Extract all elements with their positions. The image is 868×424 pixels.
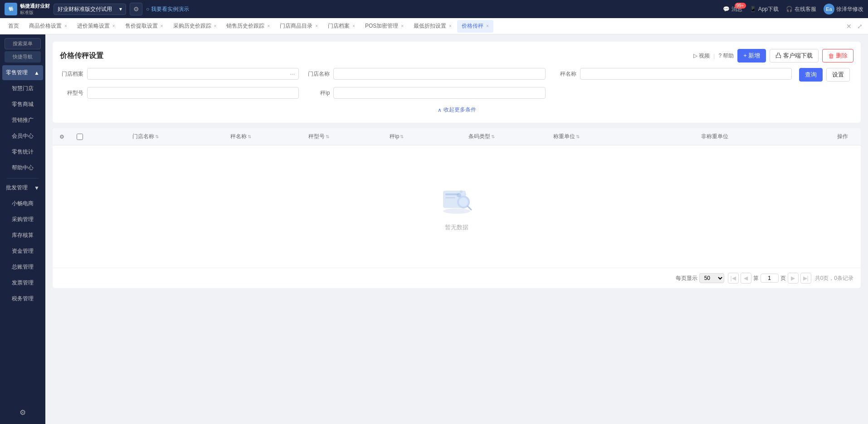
- demo-link[interactable]: ○ 我要看实例演示: [146, 5, 189, 13]
- sidebar-settings-button[interactable]: ⚙: [16, 405, 29, 420]
- close-icon[interactable]: ×: [214, 24, 217, 29]
- th-store-name: 门店名称 ⇅: [89, 128, 202, 145]
- user-menu-button[interactable]: Ea 徐泽华修改: [824, 4, 863, 14]
- filter-row-1: 门店档案 ··· 门店名称 秤名称: [60, 68, 853, 82]
- logo-text: 畅捷通好业财 标准版: [20, 3, 50, 16]
- delete-button[interactable]: 🗑 删除: [822, 49, 853, 63]
- tab-maximize-button[interactable]: ⤢: [855, 22, 864, 31]
- th-non-weight-unit: 非称重单位: [605, 128, 824, 145]
- tab-price-settings[interactable]: 商品价格设置 ×: [24, 20, 72, 33]
- sidebar-item-purchase-mgmt[interactable]: 采购管理: [2, 212, 43, 227]
- tab-store-profile[interactable]: 门店档案 ×: [323, 20, 360, 33]
- close-icon[interactable]: ×: [352, 24, 355, 29]
- download-client-button[interactable]: 凸 客户端下载: [770, 49, 819, 63]
- help-link[interactable]: ? 帮助: [718, 52, 734, 60]
- sidebar-item-retail-mgmt[interactable]: 零售管理 ▲: [2, 65, 43, 80]
- close-icon[interactable]: ×: [486, 24, 489, 29]
- query-button[interactable]: 查询: [799, 68, 823, 82]
- page-size-select[interactable]: 20 50 100 200: [699, 273, 724, 283]
- close-icon[interactable]: ×: [267, 24, 270, 29]
- tab-sales-history[interactable]: 销售历史价跟踪 ×: [222, 20, 274, 33]
- th-weight-unit: 称重单位 ⇅: [527, 128, 605, 145]
- sidebar-item-smart-store[interactable]: 智慧门店: [2, 81, 43, 96]
- close-icon[interactable]: ×: [64, 24, 67, 29]
- th-checkbox[interactable]: [71, 128, 89, 145]
- sidebar-item-general-ledger[interactable]: 总账管理: [2, 260, 43, 275]
- store-profile-input[interactable]: [88, 68, 286, 79]
- sidebar-item-marketing[interactable]: 营销推广: [2, 113, 43, 128]
- sidebar-item-inventory[interactable]: 库存核算: [2, 228, 43, 243]
- sidebar-item-tax-mgmt[interactable]: 税务管理: [2, 291, 43, 306]
- svg-point-0: [443, 208, 470, 214]
- tab-close-button[interactable]: ✕: [844, 22, 853, 31]
- sidebar-item-wholesale-mgmt[interactable]: 批发管理 ▼: [2, 180, 43, 195]
- online-service-button[interactable]: 🎧 在线客服: [786, 5, 816, 13]
- filter-actions: 查询 设置: [799, 68, 853, 82]
- collapse-up-icon: ∧: [438, 107, 442, 113]
- close-icon[interactable]: ×: [449, 24, 452, 29]
- content-area: 价格传秤设置 ▷ 视频 | ? 帮助 + 新增: [45, 34, 868, 424]
- store-profile-dots-button[interactable]: ···: [286, 70, 299, 77]
- quick-nav-button[interactable]: 快捷导航: [5, 51, 41, 63]
- table-card: ⚙ 门店名称 ⇅ 秤名称 ⇅ 秤型号 ⇅: [53, 128, 861, 288]
- last-page-button[interactable]: ▶|: [800, 273, 811, 284]
- close-icon[interactable]: ×: [112, 24, 115, 29]
- tab-pos-encrypt[interactable]: POS加密管理 ×: [361, 20, 408, 33]
- scale-model-label: 秤型号: [60, 89, 83, 97]
- sidebar-item-label: 智慧门店: [12, 85, 34, 92]
- video-icon: ▷: [693, 53, 697, 59]
- tab-store-catalog[interactable]: 门店商品目录 ×: [275, 20, 322, 33]
- th-operation: 操作: [824, 128, 861, 145]
- scale-model-input[interactable]: [87, 87, 299, 99]
- message-badge: 99+: [735, 3, 746, 9]
- close-icon[interactable]: ×: [161, 24, 163, 29]
- search-menu-button[interactable]: 搜索菜单: [5, 38, 41, 49]
- tab-purchase-history[interactable]: 采购历史价跟踪 ×: [169, 20, 221, 33]
- sidebar-item-help-center[interactable]: 帮助中心: [2, 160, 43, 175]
- tab-price-scale[interactable]: 价格传秤 ×: [457, 20, 493, 33]
- first-page-button[interactable]: |◀: [728, 273, 739, 284]
- sidebar-item-label: 帮助中心: [12, 164, 34, 172]
- store-profile-label: 门店档案: [60, 70, 83, 78]
- sidebar-item-invoice-mgmt[interactable]: 发票管理: [2, 275, 43, 290]
- tab-sale-price[interactable]: 售价提取设置 ×: [121, 20, 168, 33]
- close-icon[interactable]: ×: [315, 24, 318, 29]
- scale-name-field: 秤名称: [553, 68, 792, 80]
- sidebar-item-finance[interactable]: 资金管理: [2, 244, 43, 259]
- version-selector[interactable]: 好业财标准版交付试用 ▾: [54, 4, 126, 15]
- setup-button[interactable]: 设置: [826, 68, 850, 82]
- sort-icon: ⇅: [491, 134, 495, 139]
- collapse-bar[interactable]: ∧ 收起更多条件: [60, 104, 853, 116]
- app-download-button[interactable]: 📱 App下载: [750, 5, 779, 13]
- scale-name-input[interactable]: [580, 68, 792, 80]
- sidebar-item-label: 资金管理: [12, 247, 34, 255]
- add-button[interactable]: + 新增: [737, 49, 766, 63]
- dropdown-arrow-icon: ▾: [119, 6, 122, 12]
- select-all-checkbox[interactable]: [77, 134, 83, 140]
- page-input[interactable]: [761, 274, 779, 283]
- sidebar: 搜索菜单 快捷导航 零售管理 ▲ 智慧门店 零售商城 营销推广 会员中心 零售统…: [0, 34, 45, 424]
- sidebar-item-member-center[interactable]: 会员中心: [2, 129, 43, 144]
- sidebar-item-retail-mall[interactable]: 零售商城: [2, 97, 43, 112]
- messages-button[interactable]: 💬 消息 99+: [723, 5, 742, 13]
- scale-ip-input[interactable]: [333, 87, 545, 99]
- tab-home[interactable]: 首页: [4, 20, 24, 33]
- scale-ip-label: 秤ip: [306, 89, 330, 97]
- th-settings[interactable]: ⚙: [53, 128, 71, 145]
- next-page-button[interactable]: ▶: [788, 273, 799, 284]
- sidebar-item-xiaochange-ecom[interactable]: 小畅电商: [2, 196, 43, 211]
- video-link[interactable]: ▷ 视频: [693, 52, 710, 60]
- sidebar-item-label: 零售管理: [6, 69, 28, 77]
- sort-icon: ⇅: [326, 134, 329, 139]
- sort-icon: ⇅: [248, 134, 251, 139]
- tab-purchase-strategy[interactable]: 进价策略设置 ×: [73, 20, 120, 33]
- sort-icon: ⇅: [576, 134, 580, 139]
- sidebar-item-label: 零售商城: [12, 101, 34, 108]
- close-icon[interactable]: ×: [401, 24, 404, 29]
- sidebar-item-retail-stats[interactable]: 零售统计: [2, 145, 43, 159]
- topbar-settings-button[interactable]: ⚙: [130, 3, 142, 15]
- tab-min-discount[interactable]: 最低折扣设置 ×: [409, 20, 456, 33]
- prev-page-button[interactable]: ◀: [741, 273, 751, 284]
- store-name-input[interactable]: [333, 68, 545, 80]
- store-profile-field: 门店档案 ···: [60, 68, 299, 80]
